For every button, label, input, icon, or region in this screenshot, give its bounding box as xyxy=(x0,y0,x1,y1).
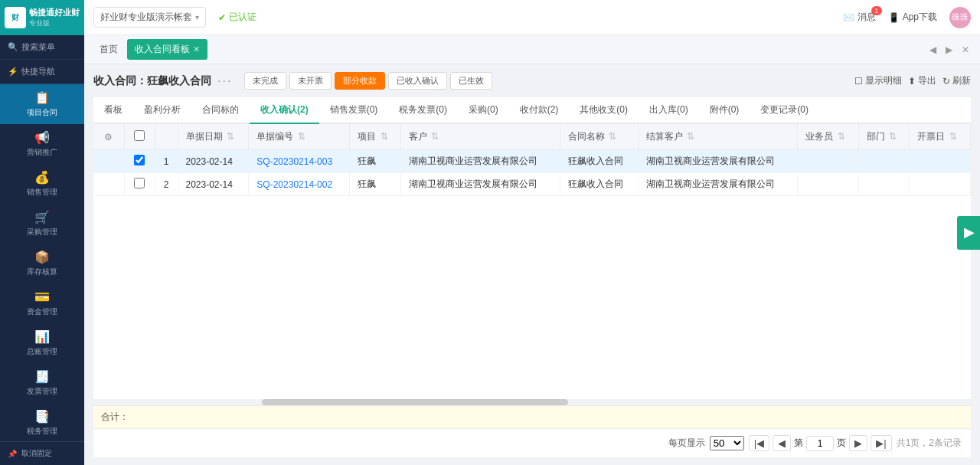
inner-tabs: 看板 盈利分析 合同标的 收入确认(2) 销售发票(0) 税务发票(0) 采购(… xyxy=(93,97,971,124)
sidebar-item-inventory[interactable]: 📦 库存核算 xyxy=(0,244,84,283)
th-project[interactable]: 项目 ⇅ xyxy=(350,124,400,150)
row-checkbox-1[interactable] xyxy=(124,173,155,196)
sidebar-item-project[interactable]: 📋 项目合同 xyxy=(0,84,84,124)
tab-changes[interactable]: 变更记录(0) xyxy=(750,97,819,124)
tab-purchase[interactable]: 采购(0) xyxy=(458,97,509,124)
total-records: 共1页，2条记录 xyxy=(897,437,962,450)
sidebar-item-capital[interactable]: 💳 资金管理 xyxy=(0,283,84,323)
show-detail-button[interactable]: ☐ 显示明细 xyxy=(854,74,902,87)
row-invoice-date-0 xyxy=(910,150,971,173)
row-settle-1: 湖南卫视商业运营发展有限公司 xyxy=(639,173,798,196)
table-container: ⚙ 单据日期 ⇅ 单据编号 ⇅ xyxy=(93,124,971,399)
tab-close-all-button[interactable]: ✕ xyxy=(959,43,972,57)
refresh-button[interactable]: ↻ 刷新 xyxy=(942,74,971,87)
sort-customer-icon: ⇅ xyxy=(431,131,439,142)
prev-page-button[interactable]: ◀ xyxy=(773,435,791,451)
tab-tax-invoice[interactable]: 税务发票(0) xyxy=(388,97,458,124)
tab-next-button[interactable]: ▶ xyxy=(942,43,956,57)
company-name: 好业财专业版演示帐套 xyxy=(100,11,192,24)
row-code-0[interactable]: SQ-20230214-003 xyxy=(249,150,350,173)
chevron-down-icon: ▾ xyxy=(195,13,199,21)
tab-subject[interactable]: 合同标的 xyxy=(191,97,250,124)
active-tab[interactable]: 收入合同看板 ✕ xyxy=(127,39,207,60)
th-customer[interactable]: 客户 ⇅ xyxy=(400,124,560,150)
tab-prev-button[interactable]: ◀ xyxy=(926,43,939,57)
close-tab-button[interactable]: ✕ xyxy=(193,44,200,54)
sort-settle-icon: ⇅ xyxy=(687,131,694,142)
home-tab[interactable]: 首页 xyxy=(92,38,126,61)
th-contract[interactable]: 合同名称 ⇅ xyxy=(560,124,638,150)
search-menu[interactable]: 🔍 搜索菜单 xyxy=(0,35,84,60)
select-all-checkbox[interactable] xyxy=(134,130,145,141)
tab-revenue[interactable]: 收入确认(2) xyxy=(250,97,319,124)
row-code-1[interactable]: SQ-20230214-002 xyxy=(249,173,350,196)
project-icon: 📋 xyxy=(34,90,50,105)
sidebar-item-purchase[interactable]: 🛒 采购管理 xyxy=(0,204,84,244)
th-salesperson[interactable]: 业务员 ⇅ xyxy=(798,124,859,150)
sidebar-item-invoice-label: 发票管理 xyxy=(27,386,57,397)
sidebar-item-sales[interactable]: 💰 销售管理 xyxy=(0,164,84,204)
th-invoice-date[interactable]: 开票日 ⇅ xyxy=(910,124,971,150)
tab-sales-invoice[interactable]: 销售发票(0) xyxy=(319,97,389,124)
company-selector[interactable]: 好业财专业版演示帐套 ▾ xyxy=(93,7,206,28)
sort-dept-icon: ⇅ xyxy=(889,131,897,142)
row-select-checkbox-0[interactable] xyxy=(134,155,145,165)
quick-nav[interactable]: ⚡ 快捷导航 xyxy=(0,60,84,84)
quicknav-icon: ⚡ xyxy=(8,67,18,77)
message-button[interactable]: ✉️ 消息 1 xyxy=(843,11,876,24)
status-effective[interactable]: 已生效 xyxy=(450,72,492,90)
th-checkbox[interactable] xyxy=(124,124,155,150)
th-dept[interactable]: 部门 ⇅ xyxy=(858,124,909,150)
gear-icon[interactable]: ⚙ xyxy=(104,132,113,142)
app-download-button[interactable]: 📱 App下载 xyxy=(888,11,937,24)
tab-attachment[interactable]: 附件(0) xyxy=(699,97,750,124)
tab-other[interactable]: 其他收支(0) xyxy=(569,97,639,124)
row-code-link-1[interactable]: SQ-20230214-002 xyxy=(256,179,332,190)
main-area: 好业财专业版演示帐套 ▾ ✔ 已认证 ✉️ 消息 1 📱 App下载 珠珠 首页 xyxy=(84,0,980,465)
status-uninvoiced[interactable]: 未开票 xyxy=(289,72,332,90)
search-label: 搜索菜单 xyxy=(21,41,55,53)
status-partial-payment[interactable]: 部分收款 xyxy=(335,72,385,90)
sales-icon: 💰 xyxy=(34,170,50,185)
tab-profit[interactable]: 盈利分析 xyxy=(133,97,191,124)
status-incomplete[interactable]: 未完成 xyxy=(244,72,286,90)
first-page-button[interactable]: |◀ xyxy=(749,435,769,451)
per-page-select[interactable]: 50 100 200 xyxy=(710,436,744,450)
next-page-button[interactable]: ▶ xyxy=(849,435,867,451)
sidebar-item-marketing[interactable]: 📢 营销推广 xyxy=(0,124,84,164)
sidebar-item-total[interactable]: 📊 总账管理 xyxy=(0,323,84,363)
row-checkbox-0[interactable] xyxy=(124,150,155,173)
tab-kanban[interactable]: 看板 xyxy=(93,97,133,124)
per-page-label: 每页显示 xyxy=(668,437,705,450)
tab-warehouse[interactable]: 出入库(0) xyxy=(639,97,699,124)
unpin-button[interactable]: 📌 取消固定 xyxy=(0,442,84,465)
row-date-0: 2023-02-14 xyxy=(178,150,249,173)
th-settle[interactable]: 结算客户 ⇅ xyxy=(639,124,798,150)
scrollbar-thumb[interactable] xyxy=(262,399,568,405)
sidebar-item-tax[interactable]: 📑 税务管理 xyxy=(0,403,84,441)
content-area: 收入合同：狂飙收入合同 ··· 未完成 未开票 部分收款 已收入确认 已生效 ☐… xyxy=(84,64,980,465)
row-select-checkbox-1[interactable] xyxy=(134,178,145,188)
table-row[interactable]: 1 2023-02-14 SQ-20230214-003 狂飙 湖南卫视商业运营… xyxy=(93,150,971,173)
row-code-link-0[interactable]: SQ-20230214-003 xyxy=(256,156,332,167)
row-date-1: 2023-02-14 xyxy=(178,173,249,196)
message-badge: 1 xyxy=(871,6,882,15)
sidebar-item-invoice[interactable]: 🧾 发票管理 xyxy=(0,363,84,403)
page-input[interactable] xyxy=(806,436,834,451)
more-button[interactable]: ··· xyxy=(217,74,232,88)
th-date[interactable]: 单据日期 ⇅ xyxy=(178,124,249,150)
user-avatar[interactable]: 珠珠 xyxy=(949,7,971,28)
status-confirmed[interactable]: 已收入确认 xyxy=(388,72,447,90)
export-button[interactable]: ⬆ 导出 xyxy=(908,74,936,87)
horizontal-scrollbar[interactable] xyxy=(93,399,971,405)
logo-icon: 财 xyxy=(5,7,26,28)
refresh-icon: ↻ xyxy=(942,76,950,87)
th-gear[interactable]: ⚙ xyxy=(93,124,124,150)
tab-payment[interactable]: 收付款(2) xyxy=(509,97,570,124)
last-page-button[interactable]: ▶| xyxy=(871,435,891,451)
table-row[interactable]: 2 2023-02-14 SQ-20230214-002 狂飙 湖南卫视商业运营… xyxy=(93,173,971,196)
side-action-button[interactable]: ▶ xyxy=(957,216,980,250)
th-code[interactable]: 单据编号 ⇅ xyxy=(249,124,350,150)
sidebar-item-total-label: 总账管理 xyxy=(27,346,57,357)
certified-label: 已认证 xyxy=(229,11,256,24)
